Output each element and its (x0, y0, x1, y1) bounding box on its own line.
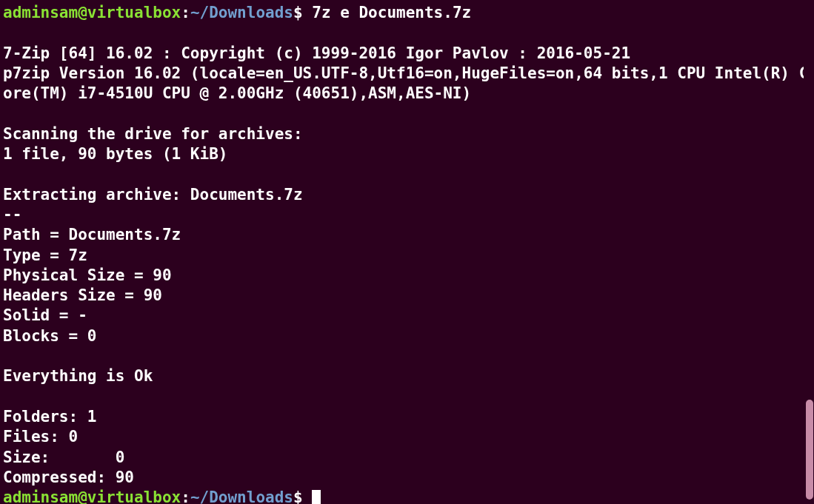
prompt-dollar: $ (293, 4, 312, 21)
output-dashes: -- (3, 206, 21, 224)
output-version: 7-Zip [64] 16.02 : Copyright (c) 1999-20… (3, 44, 630, 62)
output-extracting: Extracting archive: Documents.7z (3, 186, 303, 204)
terminal-output[interactable]: adminsam@virtualbox:~/Downloads$ 7z e Do… (3, 3, 811, 504)
prompt-user-host: adminsam@virtualbox (3, 4, 181, 21)
output-files: Files: 0 (3, 428, 78, 446)
output-compressed: Compressed: 90 (3, 468, 134, 486)
prompt-colon: : (181, 4, 190, 21)
prompt-dollar: $ (293, 488, 312, 504)
output-physical-size: Physical Size = 90 (3, 266, 172, 284)
scrollbar-thumb[interactable] (806, 400, 813, 500)
output-scanning: Scanning the drive for archives: (3, 125, 303, 143)
output-size: Size: 0 (3, 448, 124, 466)
output-type: Type = 7z (3, 246, 87, 264)
output-path: Path = Documents.7z (3, 226, 181, 243)
output-file-info: 1 file, 90 bytes (1 KiB) (3, 145, 227, 163)
cursor[interactable] (312, 490, 321, 504)
output-blocks: Blocks = 0 (3, 327, 96, 345)
output-p7zip: p7zip Version 16.02 (locale=en_US.UTF-8,… (3, 64, 808, 102)
output-folders: Folders: 1 (3, 408, 96, 426)
output-solid: Solid = - (3, 306, 87, 324)
prompt-path: ~/Downloads (190, 488, 293, 504)
prompt-user-host: adminsam@virtualbox (3, 488, 181, 504)
output-ok: Everything is Ok (3, 367, 153, 385)
prompt-colon: : (181, 488, 190, 504)
output-headers-size: Headers Size = 90 (3, 286, 162, 304)
prompt-path: ~/Downloads (190, 4, 293, 21)
command-text: 7z e Documents.7z (312, 4, 471, 21)
scrollbar[interactable] (804, 0, 814, 504)
